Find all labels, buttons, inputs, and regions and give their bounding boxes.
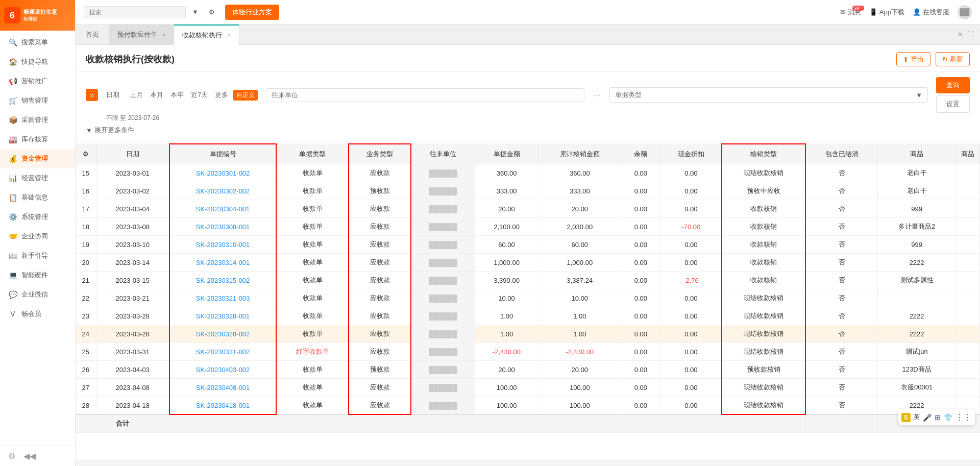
cell-partner: ██████	[411, 397, 475, 415]
partner-input[interactable]	[266, 88, 584, 102]
tabbar-actions: ✕ ⛶	[958, 31, 980, 38]
doc-link[interactable]: SK-20230302-002	[196, 187, 250, 195]
date-last-month[interactable]: 上月	[128, 89, 145, 101]
col-biztype-header: 业务类型	[349, 144, 410, 164]
sidebar-item-guide[interactable]: 📖 新手引导	[0, 246, 75, 265]
sidebar-item-system[interactable]: ⚙️ 系统管理	[0, 207, 75, 227]
sidebar-item-basic[interactable]: 📋 基础信息	[0, 188, 75, 207]
user-avatar[interactable]: ██	[958, 5, 972, 19]
tab-payable-close[interactable]: ×	[162, 32, 165, 38]
cell-date: 2023-03-28	[96, 307, 169, 325]
tab-home[interactable]: 首页	[76, 30, 109, 39]
mic-icon[interactable]: 🎤	[923, 413, 932, 422]
cell-biztype: 应收款	[349, 236, 410, 254]
cell-discount: 0.00	[660, 397, 722, 415]
topbar-gear-icon[interactable]: ⚙	[205, 5, 219, 19]
doc-link[interactable]: SK-20230418-001	[196, 402, 250, 409]
doc-link[interactable]: SK-20230403-002	[196, 366, 250, 374]
solution-button[interactable]: 体验行业方案	[225, 5, 279, 20]
doc-link[interactable]: SK-20230328-002	[196, 330, 250, 338]
sidebar-item-inventory[interactable]: 🏭 库存核算	[0, 130, 75, 149]
tab-payable[interactable]: 预付款应付单 ×	[109, 24, 174, 45]
cell-discount: 0.00	[660, 236, 722, 254]
doc-type-select[interactable]: 单据类型 ▼	[609, 87, 928, 103]
app-label: App下载	[879, 8, 904, 17]
cell-amount: 333.00	[475, 182, 538, 200]
doc-link[interactable]: SK-20230301-002	[196, 169, 250, 177]
date-more[interactable]: 更多	[213, 89, 230, 101]
expand-more-row[interactable]: ▼ 展开更多条件	[86, 122, 970, 138]
col-verified-header: 累计核销金额	[538, 144, 621, 164]
filter-more-dots[interactable]: ···	[593, 91, 601, 99]
cell-balance: 0.00	[621, 182, 660, 200]
sidebar-item-hardware[interactable]: 💻 智能硬件	[0, 265, 75, 285]
sidebar-item-sales[interactable]: 🛒 销售管理	[0, 91, 75, 110]
doc-link[interactable]: SK-20230314-001	[196, 259, 250, 266]
doc-link[interactable]: SK-20230315-002	[196, 277, 250, 284]
cell-product: 老白干	[878, 182, 956, 200]
sidebar-item-marketing[interactable]: 📢 营销推广	[0, 71, 75, 91]
cell-product: 衣服00001	[878, 379, 956, 397]
sidebar-item-finance[interactable]: 💰 资金管理	[0, 149, 75, 168]
tab-close-all-icon[interactable]: ✕	[958, 31, 963, 38]
cell-product: 测试多属性	[878, 272, 956, 289]
settings-icon[interactable]: ⚙	[8, 451, 15, 461]
cell-product2	[956, 254, 980, 272]
doc-link[interactable]: SK-20230331-002	[196, 348, 250, 356]
tab-verify-close[interactable]: ×	[227, 32, 230, 38]
cell-product: 123D商品	[878, 361, 956, 379]
settings-button[interactable]: 设置	[936, 95, 970, 113]
filter-expand-button[interactable]: »	[86, 89, 98, 101]
cell-product2	[956, 307, 980, 325]
doc-link[interactable]: SK-20230328-001	[196, 312, 250, 320]
sidebar-item-member[interactable]: V 畅会员	[0, 304, 75, 324]
sidebar-item-wechat[interactable]: 💬 企业微信	[0, 285, 75, 304]
sidebar-item-purchase[interactable]: 📦 采购管理	[0, 110, 75, 130]
cell-amount: 10.00	[475, 289, 538, 307]
refresh-button[interactable]: ↻ 刷新	[936, 52, 970, 66]
query-button[interactable]: 查询	[936, 77, 970, 93]
topbar-dropdown[interactable]: ▼	[192, 8, 199, 16]
cell-balance: 0.00	[621, 361, 660, 379]
apps-icon[interactable]: ⋮⋮	[955, 412, 972, 422]
search-input[interactable]	[84, 6, 186, 18]
sidebar-item-search[interactable]: 🔍 搜索菜单	[0, 33, 75, 52]
service-button[interactable]: 👤 在线客服	[913, 8, 949, 17]
sidebar-item-operation[interactable]: 📊 经营管理	[0, 168, 75, 188]
cell-product2	[956, 218, 980, 236]
cell-balance: 0.00	[621, 289, 660, 307]
sidebar-icon-marketing: 📢	[8, 77, 17, 86]
doc-link[interactable]: SK-20230304-001	[196, 205, 250, 213]
message-button[interactable]: ✉ 消息 99+	[840, 8, 861, 17]
sidebar-item-collab[interactable]: 🤝 企业协同	[0, 227, 75, 246]
doc-link[interactable]: SK-20230308-001	[196, 223, 250, 231]
export-button[interactable]: ⬆ 导出	[896, 52, 930, 66]
cell-no: 28	[76, 397, 96, 415]
date-7days[interactable]: 近7天	[189, 89, 210, 101]
footer-doctype	[276, 414, 349, 433]
tab-verify[interactable]: 收款核销执行 ×	[174, 24, 239, 45]
cell-doctype: 收款单	[276, 272, 349, 289]
date-custom-button[interactable]: 自定义	[233, 90, 258, 101]
doc-link[interactable]: SK-20230310-001	[196, 241, 250, 249]
cell-partner: ██████	[411, 325, 475, 343]
col-gear-header[interactable]: ⚙	[76, 144, 96, 164]
grid-icon[interactable]: ⊞	[935, 413, 941, 422]
shirt-icon[interactable]: 👕	[944, 413, 952, 422]
tab-expand-icon[interactable]: ⛶	[967, 31, 974, 38]
cell-doctype: 收款单	[276, 361, 349, 379]
app-download-button[interactable]: 📱 App下载	[869, 8, 904, 17]
table-row: 22 2023-03-21 SK-20230321-003 收款单 应收款 ██…	[76, 289, 980, 307]
cell-product: 999	[878, 200, 956, 218]
date-this-month[interactable]: 本月	[148, 89, 165, 101]
tabbar: 首页 预付款应付单 × 收款核销执行 × ✕ ⛶	[76, 24, 980, 45]
cell-verifytype: 现结收款核销	[722, 379, 805, 397]
bottom-scrollbar[interactable]	[76, 460, 980, 466]
collapse-icon[interactable]: ◀◀	[23, 451, 36, 461]
date-this-year[interactable]: 本年	[168, 89, 186, 101]
doc-link[interactable]: SK-20230321-003	[196, 295, 250, 302]
sidebar-item-nav[interactable]: 🏠 快捷导航	[0, 52, 75, 71]
content-header: 收款核销执行(按收款) ⬆ 导出 ↻ 刷新	[76, 45, 980, 72]
cell-product: 2222	[878, 254, 956, 272]
doc-link[interactable]: SK-20230408-001	[196, 384, 250, 391]
